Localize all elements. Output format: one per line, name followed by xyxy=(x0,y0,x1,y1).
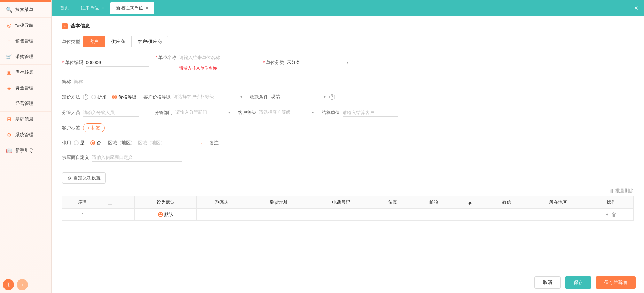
pricing-method-group: 定价方法 ? 折扣 价格等级 xyxy=(62,94,136,100)
inventory-icon: ▣ xyxy=(6,69,13,76)
unit-name-input[interactable] xyxy=(179,54,256,62)
unit-code-input[interactable] xyxy=(86,58,149,67)
disabled-group: 停用 是 否 xyxy=(62,140,101,146)
payment-terms-arrow: ▼ xyxy=(323,95,327,99)
supplier-custom-input[interactable] xyxy=(92,153,182,162)
customer-price-level-select[interactable]: 请选择客户价格等级 ▼ xyxy=(173,92,243,101)
sidebar-label-search: 搜索菜单 xyxy=(15,7,33,13)
sidebar-item-guide[interactable]: 📖 新手引导 xyxy=(0,143,51,158)
tags-group: 客户标签 + 标签 xyxy=(62,123,105,132)
cancel-button[interactable]: 取消 xyxy=(534,276,561,289)
settlement-unit-input[interactable] xyxy=(343,108,398,117)
row-delete-icon[interactable]: 🗑 xyxy=(612,212,616,217)
department-select[interactable]: 请输入分管部门 ▼ xyxy=(175,108,231,117)
sidebar-extra-icon[interactable]: + xyxy=(17,279,28,290)
unit-type-both-btn[interactable]: 客户/供应商 xyxy=(132,36,168,47)
section-title-basic-info: F 基本信息 xyxy=(62,23,634,29)
unit-type-supplier-btn[interactable]: 供应商 xyxy=(105,36,132,47)
tags-label: 客户标签 xyxy=(62,125,80,131)
supervisor-more-btn[interactable]: ··· xyxy=(141,110,148,115)
section-title-text: 基本信息 xyxy=(70,23,90,29)
table-header-checkbox[interactable] xyxy=(108,200,112,205)
tab-new-partner-close[interactable]: ✕ xyxy=(145,6,148,10)
unit-category-arrow: ▼ xyxy=(346,60,350,64)
row-default-radio[interactable]: 默认 xyxy=(139,211,192,218)
save-button[interactable]: 保存 xyxy=(565,276,591,289)
purchase-icon: 🛒 xyxy=(6,53,13,60)
sidebar-item-system[interactable]: ⚙ 系统管理 xyxy=(0,127,51,143)
sidebar-item-purchase[interactable]: 🛒 采购管理 xyxy=(0,49,51,65)
system-icon: ⚙ xyxy=(6,131,13,138)
table-container: 序号 设为默认 联系人 到货地址 电话号码 传真 邮箱 qq 微信 所在地区 xyxy=(62,196,634,221)
th-wechat: 微信 xyxy=(486,196,527,209)
sidebar: 🔍 搜索菜单 ◎ 快捷导航 ⌂ 销售管理 🛒 采购管理 ▣ 库存核算 ◈ 资金管… xyxy=(0,0,52,293)
payment-terms-help-icon[interactable]: ? xyxy=(329,94,335,100)
disabled-yes-radio[interactable]: 是 xyxy=(74,140,85,146)
tab-new-partner[interactable]: 新增往来单位 ✕ xyxy=(110,2,154,14)
sidebar-item-operations[interactable]: ≡ 经营管理 xyxy=(0,96,51,112)
region-more-btn[interactable]: ··· xyxy=(196,140,203,146)
add-tag-btn[interactable]: + 标签 xyxy=(83,123,105,132)
sidebar-bottom: 用 + xyxy=(0,276,51,293)
supervisor-input[interactable] xyxy=(83,108,139,117)
tab-partner-list[interactable]: 往来单位 ✕ xyxy=(75,2,110,14)
disabled-no-radio[interactable]: 否 xyxy=(90,140,101,146)
unit-type-customer-btn[interactable]: 客户 xyxy=(83,36,105,47)
pricing-radio-group: 折扣 价格等级 xyxy=(91,94,136,100)
pricing-level-radio[interactable]: 价格等级 xyxy=(112,94,136,100)
unit-type-group: 单位类型 客户 供应商 客户/供应商 xyxy=(62,36,168,47)
custom-settings-icon: ⚙ xyxy=(67,176,71,181)
sidebar-label-operations: 经营管理 xyxy=(15,100,33,107)
sidebar-item-quick-nav[interactable]: ◎ 快捷导航 xyxy=(0,18,51,33)
th-checkbox xyxy=(103,196,134,209)
sidebar-item-sales[interactable]: ⌂ 销售管理 xyxy=(0,33,51,49)
sidebar-item-basic-info[interactable]: ⊞ 基础信息 xyxy=(0,112,51,127)
customer-level-label: 客户等级 xyxy=(238,109,256,116)
pricing-discount-label: 折扣 xyxy=(97,94,107,100)
sidebar-user-icon[interactable]: 用 xyxy=(3,279,14,290)
guide-icon: 📖 xyxy=(6,147,13,154)
unit-category-label: 单位分类 xyxy=(263,59,284,66)
tab-partner-list-close[interactable]: ✕ xyxy=(101,6,104,10)
custom-settings-btn[interactable]: ⚙ 自定义项设置 xyxy=(62,172,106,184)
customer-level-placeholder: 请选择客户等级 xyxy=(259,109,291,115)
th-fax: 传真 xyxy=(372,196,413,209)
region-input[interactable] xyxy=(138,139,194,147)
remark-label: 备注 xyxy=(210,140,219,146)
abbreviation-input[interactable] xyxy=(74,78,171,86)
supplier-custom-label: 供应商自定义 xyxy=(62,154,89,161)
pricing-discount-radio[interactable]: 折扣 xyxy=(91,94,107,100)
main-area: 首页 往来单位 ✕ 新增往来单位 ✕ ✕ F 基本信息 单位类型 客户 供应商 … xyxy=(52,0,644,293)
row-add-icon[interactable]: + xyxy=(606,212,609,217)
unit-type-row: 单位类型 客户 供应商 客户/供应商 xyxy=(62,36,634,47)
unit-category-group: 单位分类 未分类 ▼ xyxy=(263,58,350,67)
tab-bar-close-all[interactable]: ✕ xyxy=(631,3,641,13)
supervisor-group: 分管人员 ··· xyxy=(62,108,148,117)
supervisor-row: 分管人员 ··· 分管部门 请输入分管部门 ▼ 客户等级 请选择客户等级 ▼ 结… xyxy=(62,108,634,117)
tab-home-label: 首页 xyxy=(60,5,69,11)
form-content: F 基本信息 单位类型 客户 供应商 客户/供应商 单位编码 单位名称 xyxy=(52,16,644,272)
th-email: 邮箱 xyxy=(413,196,454,209)
row-checkbox[interactable] xyxy=(108,212,112,217)
sidebar-label-sales: 销售管理 xyxy=(15,38,33,44)
row-region xyxy=(527,209,589,221)
tab-partner-list-label: 往来单位 xyxy=(81,5,99,11)
sidebar-item-finance[interactable]: ◈ 资金管理 xyxy=(0,80,51,96)
tab-new-partner-label: 新增往来单位 xyxy=(116,5,143,11)
th-default: 设为默认 xyxy=(135,196,197,209)
remark-input[interactable] xyxy=(221,139,326,147)
pricing-help-icon[interactable]: ? xyxy=(83,94,88,100)
customer-level-group: 客户等级 请选择客户等级 ▼ xyxy=(238,108,315,117)
unit-category-select[interactable]: 未分类 ▼ xyxy=(287,58,350,67)
batch-delete-btn[interactable]: 🗑 批量删除 xyxy=(62,188,634,194)
pricing-method-label: 定价方法 xyxy=(62,94,80,100)
abbreviation-label: 简称 xyxy=(62,79,71,85)
sidebar-item-search[interactable]: 🔍 搜索菜单 xyxy=(0,2,51,18)
save-new-button[interactable]: 保存并新增 xyxy=(596,276,636,289)
tab-home[interactable]: 首页 xyxy=(54,2,74,14)
settlement-unit-more-btn[interactable]: ··· xyxy=(401,110,407,115)
customer-level-select[interactable]: 请选择客户等级 ▼ xyxy=(259,108,315,117)
payment-terms-select[interactable]: 现结 ▼ xyxy=(271,92,327,101)
sidebar-item-inventory[interactable]: ▣ 库存核算 xyxy=(0,65,51,80)
finance-icon: ◈ xyxy=(6,84,13,91)
